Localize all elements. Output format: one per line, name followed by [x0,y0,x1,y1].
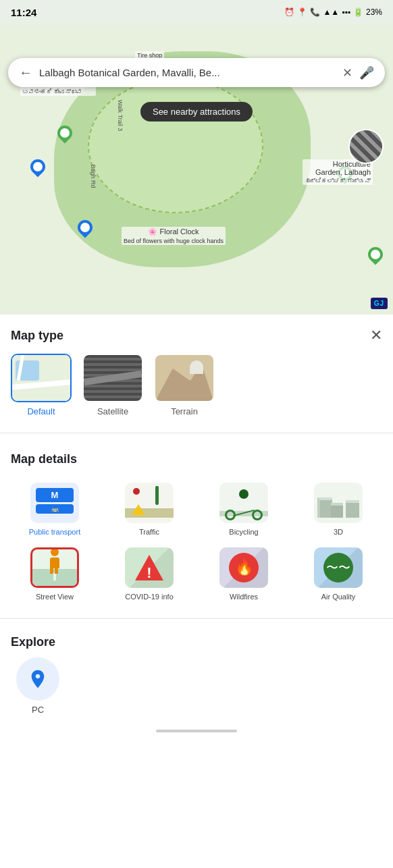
detail-covid19[interactable]: ! COVID-19 info [105,547,193,601]
map-type-title: Map type [11,329,63,343]
map-details-grid-row1: M 🚌 Public transport [11,477,382,542]
street-view-icon [30,547,79,588]
metro-badge: M [36,488,74,502]
map-label-floral: 🌸 Floral ClockBed of flowers with huge c… [122,227,226,245]
location-icon: 📍 [297,7,307,17]
thumb-default-road1 [12,379,70,389]
traffic-label: Traffic [139,527,159,537]
map-type-satellite-label: Satellite [97,406,128,416]
waves-icon: 〜〜 [326,562,350,574]
map-type-default[interactable]: Default [11,354,72,416]
detail-bicycling[interactable]: Bicycling [200,483,288,537]
thumb-terrain-bg [155,355,213,401]
detail-3d[interactable]: 3D [294,483,382,537]
map-type-terrain-thumb [154,354,215,402]
streetview-inner [32,549,77,586]
sv-body [50,558,59,568]
building-2 [331,503,343,518]
map-details-header: Map details [11,452,382,466]
detail-street-view[interactable]: Street View [11,547,99,601]
thumb-satellite-bg [84,355,142,401]
watermark: GJ [371,298,388,309]
map-type-default-thumb [11,354,72,402]
map-area[interactable]: Banashankari Templeಬನಶಂಕರಿ ದೇವಸ್ಥಾನ Tire… [0,24,393,315]
close-button[interactable]: ✕ [370,328,382,343]
map-type-terrain[interactable]: Terrain [154,354,215,416]
map-type-header: Map type ✕ [11,328,382,343]
bottom-handle [156,730,237,732]
sv-legs [50,568,59,574]
bagh-rd-label: Bagh Rd [90,164,97,188]
garden-inner [88,78,263,213]
bottom-bar [0,720,393,747]
aq-circle: 〜〜 [323,553,353,582]
sv-head [51,548,59,556]
map-type-default-label: Default [27,406,55,416]
wildfires-inner: 🔥 [219,547,268,588]
status-bar: 11:24 ⏰ 📍 📞 ▲▲ ▪▪▪ 🔋 23% [0,0,393,24]
map-type-terrain-label: Terrain [171,406,198,416]
3d-inner [314,483,363,523]
street-view-label: Street View [36,592,74,601]
bicycling-icon [219,483,268,523]
bicycling-inner [219,483,268,523]
detail-wildfires[interactable]: 🔥 Wildfires [200,547,288,601]
traffic-green-line [155,486,159,505]
divider-1 [0,433,393,433]
public-transport-label: Public transport [29,527,80,537]
sv-leg-left [50,568,53,574]
bottom-sheet: Map type ✕ Default [0,315,393,747]
map-type-satellite[interactable]: Satellite [82,354,143,416]
map-type-section: Map type ✕ Default [0,315,393,427]
air-quality-icon: 〜〜 [314,547,363,588]
public-transport-icon: M 🚌 [30,483,79,523]
3d-icon [314,483,363,523]
search-text: Lalbagh Botanical Garden, Mavalli, Be... [39,67,336,78]
traffic-inner [125,483,174,523]
map-details-title: Map details [11,452,77,466]
signal-icon: ▪▪▪ [342,7,350,17]
svg-text:!: ! [147,564,151,581]
divider-2 [0,618,393,619]
flame-icon: 🔥 [235,560,253,575]
back-button[interactable]: ← [19,65,32,80]
bike-wheel-right [252,510,263,520]
map-details-section: Map details M 🚌 Public transport [0,439,393,613]
sv-person [50,548,59,574]
search-bar[interactable]: ← Lalbagh Botanical Garden, Mavalli, Be.… [8,58,385,87]
explore-title: Explore [11,635,382,649]
building-1 [317,497,332,518]
avatar-image [350,130,382,163]
bus-badge: 🚌 [36,504,74,514]
thumb-satellite-road [84,371,142,385]
detail-traffic[interactable]: Traffic [105,483,193,537]
bicycling-label: Bicycling [229,527,258,537]
clear-button[interactable]: ✕ [342,65,352,80]
explore-item-pc[interactable]: PC [11,657,65,715]
explore-pc-label: PC [32,705,44,715]
airquality-inner: 〜〜 [314,547,363,588]
traffic-icon [125,483,174,523]
traffic-red-dot [133,488,140,495]
covid-triangle-svg: ! [134,552,165,583]
status-icons: ⏰ 📍 📞 ▲▲ ▪▪▪ 🔋 23% [284,7,382,17]
map-pin-5[interactable] [365,244,386,265]
mic-button[interactable]: 🎤 [359,65,374,80]
map-details-grid-row2: Street View ! COVID-19 info [11,542,382,607]
transport-inner: M 🚌 [36,488,74,518]
sv-leg-right [55,568,58,574]
wifi-icon: ▲▲ [323,7,339,17]
detail-public-transport[interactable]: M 🚌 Public transport [11,483,99,537]
explore-section: Explore PC [0,624,393,720]
thumb-terrain-snow [190,360,203,374]
nearby-attractions-button[interactable]: See nearby attractions [140,102,253,121]
avatar[interactable] [348,129,384,164]
map-pin[interactable] [27,156,48,177]
thumb-default-bg [12,355,70,401]
map-type-grid: Default Satellite Ter [11,354,382,416]
covid-label: COVID-19 info [125,592,174,601]
detail-air-quality[interactable]: 〜〜 Air Quality [294,547,382,601]
walk-trail-label: Walk Trail 3 [117,100,124,132]
wildfires-label: Wildfires [230,592,258,601]
air-quality-label: Air Quality [321,592,356,601]
